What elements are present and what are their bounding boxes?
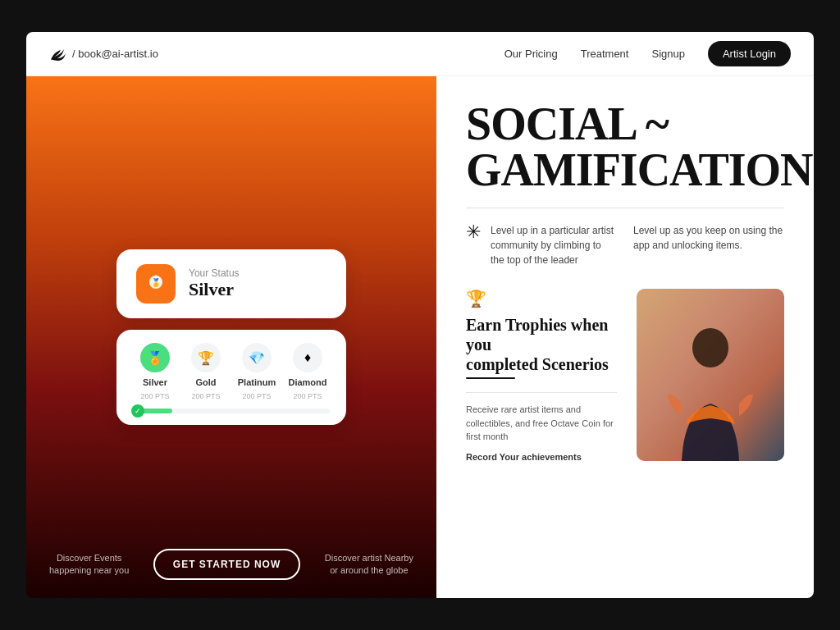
left-panel: 🥇 Your Status Silver 🏅 Silver 200 PTS xyxy=(26,76,436,598)
trophy-record: Record Your achievements xyxy=(466,452,617,462)
trophy-icon: 🏆 xyxy=(466,289,617,308)
svg-text:🥇: 🥇 xyxy=(151,277,162,288)
tiers-row: 🏅 Silver 200 PTS 🏆 Gold 200 PTS 💎 Platin… xyxy=(133,343,330,400)
diamond-icon: ♦ xyxy=(293,343,322,372)
navbar: / book@ai-artist.io Our Pricing Treatmen… xyxy=(26,32,814,76)
platinum-icon: 💎 xyxy=(242,343,272,372)
trophy-section: 🏆 Earn Trophies when you completed Scene… xyxy=(466,289,784,462)
status-label: Your Status xyxy=(189,267,240,279)
silver-pts: 200 PTS xyxy=(140,392,169,400)
hero-title: SOCIAL ~ GAMIFICATION xyxy=(466,101,784,193)
trophy-divider xyxy=(466,392,617,393)
artist-figure xyxy=(637,289,784,461)
progress-bar: ✓ xyxy=(133,409,330,413)
gold-icon: 🏆 xyxy=(191,343,221,372)
progress-check-icon: ✓ xyxy=(131,404,144,418)
trophy-title-line2: completed Scenerios xyxy=(466,355,609,373)
tier-platinum: 💎 Platinum 200 PTS xyxy=(235,343,279,400)
trophy-underline xyxy=(466,377,515,379)
status-text-group: Your Status Silver xyxy=(189,267,240,300)
trophy-title-line1: Earn Trophies when you xyxy=(466,316,608,354)
artist-image xyxy=(637,289,784,461)
diamond-name: Diamond xyxy=(288,377,326,387)
svg-point-3 xyxy=(692,328,728,368)
tier-diamond: ♦ Diamond 200 PTS xyxy=(285,343,330,400)
status-icon-wrap: 🥇 xyxy=(136,264,176,304)
trophy-left: 🏆 Earn Trophies when you completed Scene… xyxy=(466,289,617,462)
gold-name: Gold xyxy=(195,377,216,387)
navbar-right: Our Pricing Treatment Signup Artist Logi… xyxy=(504,41,791,66)
navbar-left: / book@ai-artist.io xyxy=(49,47,158,62)
main-content: 🥇 Your Status Silver 🏅 Silver 200 PTS xyxy=(26,76,814,598)
hero-title-line1: SOCIAL ~ xyxy=(466,98,669,149)
discover-events-text: Discover Eventshappening near you xyxy=(49,552,129,578)
artist-login-button[interactable]: Artist Login xyxy=(708,41,791,66)
divider-1 xyxy=(466,208,784,208)
bird-icon xyxy=(49,47,67,62)
status-card: 🥇 Your Status Silver xyxy=(116,249,346,318)
feature-1: ✳ Level up in a particular artist commun… xyxy=(466,223,617,267)
platinum-pts: 200 PTS xyxy=(242,392,271,400)
status-value: Silver xyxy=(189,279,240,300)
cta-button[interactable]: GET STARTED NOW xyxy=(153,549,300,580)
feature-text-2: Level up as you keep on using the app an… xyxy=(633,223,784,267)
treatment-link[interactable]: Treatment xyxy=(581,48,629,60)
feature-2: Level up as you keep on using the app an… xyxy=(633,223,784,267)
right-panel: SOCIAL ~ GAMIFICATION ✳ Level up in a pa… xyxy=(436,76,814,598)
tier-gold: 🏆 Gold 200 PTS xyxy=(184,343,228,400)
platinum-name: Platinum xyxy=(238,377,276,387)
left-bottom: Discover Eventshappening near you GET ST… xyxy=(26,549,436,580)
silver-name: Silver xyxy=(143,377,167,387)
features-row: ✳ Level up in a particular artist commun… xyxy=(466,223,784,267)
trophy-title: Earn Trophies when you completed Sceneri… xyxy=(466,315,617,374)
medal-icon: 🥇 xyxy=(144,272,167,295)
asterisk-icon-1: ✳ xyxy=(466,223,481,267)
silver-icon: 🏅 xyxy=(140,343,170,372)
pricing-link[interactable]: Our Pricing xyxy=(504,48,558,60)
hero-title-line2: GAMIFICATION xyxy=(466,144,813,195)
gold-pts: 200 PTS xyxy=(191,392,220,400)
discover-artist-text: Discover artist Nearbyor around the glob… xyxy=(325,552,413,578)
trophy-desc: Receive rare artist items and collectibl… xyxy=(466,403,617,444)
feature-text-1: Level up in a particular artist communit… xyxy=(491,223,617,267)
diamond-pts: 200 PTS xyxy=(293,392,322,400)
signup-link[interactable]: Signup xyxy=(651,48,684,60)
tiers-card: 🏅 Silver 200 PTS 🏆 Gold 200 PTS 💎 Platin… xyxy=(116,330,346,425)
page-container: / book@ai-artist.io Our Pricing Treatmen… xyxy=(26,32,814,598)
navbar-email: / book@ai-artist.io xyxy=(72,48,158,60)
tier-silver: 🏅 Silver 200 PTS xyxy=(133,343,177,400)
